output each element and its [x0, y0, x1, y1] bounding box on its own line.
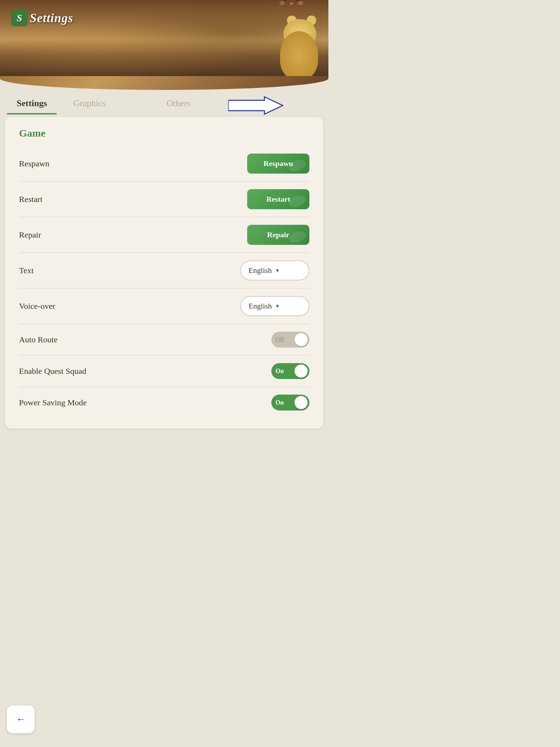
hamster-cheek-left	[279, 1, 285, 5]
respawn-button[interactable]: Respawn	[247, 154, 309, 174]
tab-settings[interactable]: Settings	[7, 93, 57, 113]
voiceover-language-dropdown[interactable]: English ▾	[240, 296, 309, 316]
text-language-value: English	[249, 266, 272, 275]
banner: S Settings	[0, 0, 328, 80]
hamster-body	[280, 31, 318, 80]
setting-row-text: Text English ▾	[19, 253, 309, 288]
autoroute-toggle-knob	[295, 333, 308, 346]
powersaving-toggle[interactable]: On	[271, 395, 309, 411]
autoroute-toggle-label: Off	[276, 336, 284, 343]
autoroute-toggle[interactable]: Off	[271, 332, 309, 348]
tab-graphics[interactable]: Graphics	[64, 93, 115, 113]
hamster-cheek-right	[298, 1, 303, 5]
autoroute-label: Auto Route	[19, 335, 57, 344]
hamster-eye-right	[296, 0, 300, 1]
questsquad-toggle-knob	[295, 365, 308, 378]
powersaving-toggle-knob	[295, 396, 308, 409]
setting-row-autoroute: Auto Route Off	[19, 324, 309, 356]
text-dropdown-arrow-icon: ▾	[276, 267, 279, 274]
game-section-title: Game	[19, 127, 309, 139]
powersaving-label: Power Saving Mode	[19, 398, 87, 407]
arrow-icon	[228, 96, 283, 115]
settings-content: Game Respawn Respawn Restart Restart Rep…	[5, 117, 323, 428]
svg-marker-0	[228, 97, 283, 114]
restart-label: Restart	[19, 195, 43, 204]
questsquad-toggle-label: On	[276, 368, 284, 375]
respawn-label: Respawn	[19, 159, 49, 168]
app-title: S Settings	[11, 10, 73, 26]
setting-row-questsquad: Enable Quest Squad On	[19, 356, 309, 387]
setting-row-voiceover: Voice-over English ▾	[19, 288, 309, 324]
powersaving-toggle-label: On	[276, 399, 284, 406]
tab-navigation-wrapper: Settings Graphics Others	[0, 90, 328, 113]
hamster-face	[277, 0, 306, 16]
voiceover-language-value: English	[249, 302, 272, 311]
hamster-character	[277, 17, 325, 80]
tab-others[interactable]: Others	[157, 93, 200, 113]
text-language-dropdown[interactable]: English ▾	[240, 260, 309, 280]
hamster-nose	[290, 2, 293, 5]
repair-label: Repair	[19, 230, 41, 240]
setting-row-repair: Repair Repair	[19, 217, 309, 253]
app-title-text: Settings	[30, 11, 73, 25]
text-label: Text	[19, 266, 34, 275]
questsquad-toggle[interactable]: On	[271, 363, 309, 379]
app-icon: S	[11, 10, 28, 26]
arrow-annotation	[228, 96, 283, 115]
tab-navigation: Settings Graphics Others	[0, 90, 328, 113]
hamster-eye-left	[283, 0, 287, 1]
wave-divider	[0, 76, 328, 90]
voiceover-dropdown-arrow-icon: ▾	[276, 302, 279, 310]
setting-row-respawn: Respawn Respawn	[19, 146, 309, 182]
setting-row-restart: Restart Restart	[19, 182, 309, 217]
repair-button[interactable]: Repair	[247, 225, 309, 245]
questsquad-label: Enable Quest Squad	[19, 367, 86, 376]
setting-row-powersaving: Power Saving Mode On	[19, 387, 309, 418]
restart-button[interactable]: Restart	[247, 189, 309, 209]
voiceover-label: Voice-over	[19, 302, 55, 311]
